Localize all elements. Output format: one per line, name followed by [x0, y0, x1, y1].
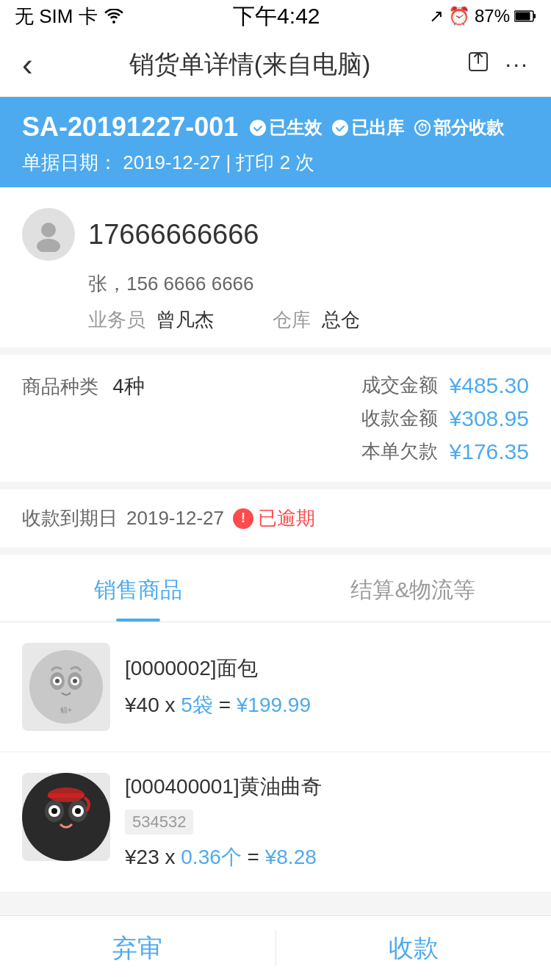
back-button[interactable]: ‹ — [22, 46, 33, 83]
svg-point-19 — [51, 808, 57, 814]
header-banner: SA-20191227-001 已生效 已出库 ⏱ 部分收款 单据日期： 201… — [0, 97, 551, 187]
svg-rect-22 — [48, 793, 84, 798]
svg-point-4 — [41, 223, 56, 237]
overdue-icon: ! — [233, 508, 253, 529]
svg-point-20 — [75, 808, 81, 814]
bottom-bar: 弃审 收款 — [0, 915, 551, 980]
overdue-text: 已逾期 — [258, 505, 315, 531]
abandon-review-button[interactable]: 弃审 — [0, 916, 276, 980]
status-bar: 无 SIM 卡 下午4:42 ↗ ⏰ 87% — [0, 0, 551, 32]
share-icon[interactable] — [467, 50, 490, 79]
product-info-1: [0000002]面包 ¥40 x 5袋 = ¥199.99 — [125, 643, 529, 731]
customer-avatar — [22, 208, 75, 261]
more-icon[interactable]: ··· — [505, 51, 529, 78]
overdue-badge: ! 已逾期 — [233, 505, 315, 531]
product-list: 鲸+ [0000002]面包 ¥40 x 5袋 = ¥199.99 — [0, 622, 551, 893]
page-title: 销货单详情(来自电脑) — [129, 48, 371, 82]
carrier-text: 无 SIM 卡 — [15, 4, 98, 29]
svg-rect-2 — [515, 12, 530, 21]
battery-icon — [514, 10, 536, 23]
table-row: 鲸+ [0000002]面包 ¥40 x 5袋 = ¥199.99 — [0, 622, 551, 752]
customer-meta: 业务员 曾凡杰 仓库 总仓 — [22, 307, 529, 333]
product-tag-2: 534532 — [125, 810, 193, 835]
customer-top: 17666666666 — [22, 208, 529, 261]
svg-point-11 — [55, 679, 60, 683]
stats-left: 商品种类 4种 — [22, 372, 276, 464]
customer-info: 张，156 6666 6666 — [22, 271, 529, 297]
product-name-2: [000400001]黄油曲奇 — [125, 773, 529, 801]
tab-settlement[interactable]: 结算&物流等 — [276, 555, 551, 621]
salesperson-item: 业务员 曾凡杰 — [88, 307, 214, 333]
order-id-row: SA-20191227-001 已生效 已出库 ⏱ 部分收款 — [22, 112, 529, 143]
product-price-1: ¥40 x 5袋 = ¥199.99 — [125, 691, 529, 719]
due-section: 收款到期日 2019-12-27 ! 已逾期 — [0, 482, 551, 547]
tag-delivered: 已出库 — [332, 116, 404, 140]
battery-text: 87% — [475, 6, 510, 26]
svg-text:鲸+: 鲸+ — [60, 706, 72, 714]
banner-date: 单据日期： 2019-12-27 | 打印 2 次 — [22, 150, 529, 176]
table-row: [000400001]黄油曲奇 534532 ¥23 x 0.36个 = ¥8.… — [0, 752, 551, 893]
nav-left: ‹ — [22, 46, 33, 83]
nav-bar: ‹ 销货单详情(来自电脑) ··· — [0, 32, 551, 97]
tabs-section: 销售商品 结算&物流等 — [0, 547, 551, 622]
banner-tags: 已生效 已出库 ⏱ 部分收款 — [250, 116, 504, 140]
due-date: 2019-12-27 — [126, 507, 224, 530]
status-right: ↗ ⏰ 87% — [429, 6, 536, 26]
product-types-item: 商品种类 4种 — [22, 372, 276, 400]
amount-row: 成交金额 ¥485.30 — [361, 372, 529, 398]
tag-partial: ⏱ 部分收款 — [414, 116, 504, 140]
warehouse-item: 仓库 总仓 — [273, 307, 360, 333]
stats-section: 商品种类 4种 成交金额 ¥485.30 收款金额 ¥308.95 本单欠款 ¥… — [0, 347, 551, 482]
product-price-2: ¥23 x 0.36个 = ¥8.28 — [125, 843, 529, 871]
product-thumbnail-2 — [22, 773, 110, 861]
svg-point-5 — [37, 239, 60, 252]
collect-payment-button[interactable]: 收款 — [276, 916, 552, 980]
due-label: 收款到期日 — [22, 505, 118, 531]
wifi-icon — [104, 9, 124, 24]
product-thumbnail-1: 鲸+ — [22, 643, 110, 731]
tab-products[interactable]: 销售商品 — [0, 555, 276, 621]
tag-effective: 已生效 — [250, 116, 322, 140]
location-icon: ↗ — [429, 6, 444, 26]
debt-row: 本单欠款 ¥176.35 — [361, 439, 529, 464]
check-icon-1 — [250, 120, 266, 136]
product-name-1: [0000002]面包 — [125, 655, 529, 682]
order-id: SA-20191227-001 — [22, 112, 238, 143]
customer-section: 17666666666 张，156 6666 6666 业务员 曾凡杰 仓库 总… — [0, 187, 551, 347]
received-row: 收款金额 ¥308.95 — [361, 406, 529, 431]
clock-icon: ⏱ — [414, 120, 431, 136]
svg-point-14 — [22, 773, 110, 861]
status-left: 无 SIM 卡 — [15, 4, 124, 29]
status-time: 下午4:42 — [233, 1, 320, 32]
svg-rect-1 — [533, 14, 536, 18]
stats-right: 成交金额 ¥485.30 收款金额 ¥308.95 本单欠款 ¥176.35 — [276, 372, 529, 464]
svg-point-12 — [73, 679, 77, 683]
check-icon-2 — [332, 120, 348, 136]
alarm-icon: ⏰ — [448, 6, 470, 26]
customer-phone: 17666666666 — [88, 219, 259, 251]
nav-right: ··· — [467, 50, 529, 79]
product-info-2: [000400001]黄油曲奇 534532 ¥23 x 0.36个 = ¥8.… — [125, 773, 529, 871]
